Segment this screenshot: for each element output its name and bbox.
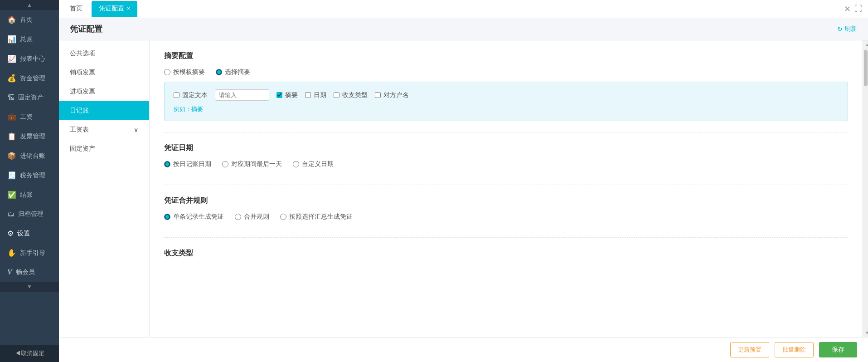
date-radio-group: 按日记账日期 对应期间最后一天 自定义日期 <box>164 160 848 168</box>
summary-checkbox[interactable]: 摘要 <box>276 91 298 99</box>
right-panel: 摘要配置 按模板摘要 选择摘要 固定文本 <box>150 40 863 337</box>
fixed-text-input[interactable] <box>215 89 269 101</box>
refresh-button[interactable]: ↻ 刷新 <box>837 25 857 33</box>
custom-date-radio[interactable]: 自定义日期 <box>293 160 334 168</box>
date-section: 凭证日期 按日记账日期 对应期间最后一天 自定义日期 <box>164 143 848 185</box>
select-summary-radio[interactable]: 选择摘要 <box>216 68 250 76</box>
sidebar-item-checkout[interactable]: ✅ 结账 <box>0 185 59 205</box>
scroll-down-arrow[interactable]: ▼ <box>863 328 868 337</box>
invoice-icon: 📋 <box>7 132 16 141</box>
bottom-bar: 更新预置 批量删除 保存 <box>59 337 868 362</box>
summary-radio-group: 按模板摘要 选择摘要 <box>164 68 848 76</box>
sidebar-item-fund[interactable]: 💰 资金管理 <box>0 68 59 88</box>
summary-title: 摘要配置 <box>164 51 848 61</box>
merge-radio-group: 单条记录生成凭证 合并规则 按照选择汇总生成凭证 <box>164 213 848 221</box>
period-last-radio[interactable]: 对应期间最后一天 <box>222 160 282 168</box>
page-title: 凭证配置 <box>70 24 102 34</box>
sidebar-item-wage[interactable]: 💼 工资 <box>0 107 59 127</box>
left-menu-payroll[interactable]: 工资表 ∨ <box>59 120 149 139</box>
date-title: 凭证日期 <box>164 143 848 153</box>
home-icon: 🏠 <box>7 15 16 24</box>
sidebar: ▲ 🏠 首页 📊 总账 📈 报表中心 💰 资金管理 🏗 固定资产 💼 工资 📋 … <box>0 0 59 362</box>
guide-icon: ✋ <box>7 249 16 257</box>
main-area: 首页 凭证配置 × ✕ ⛶ 凭证配置 ↻ 刷新 公共选项 销项发票 进项发票 日… <box>59 0 868 362</box>
sidebar-item-archive[interactable]: 🗂 归档管理 <box>0 205 59 224</box>
wage-icon: 💼 <box>7 113 16 121</box>
tab-bar: 首页 凭证配置 × ✕ ⛶ <box>59 0 868 18</box>
left-menu-fixed-assets[interactable]: 固定资产 <box>59 139 149 158</box>
refresh-icon: ↻ <box>837 25 843 33</box>
report-icon: 📈 <box>7 54 16 63</box>
merge-section: 凭证合并规则 单条记录生成凭证 合并规则 按照选择汇总生成凭证 <box>164 196 848 238</box>
content-area: 公共选项 销项发票 进项发票 日记账 工资表 ∨ 固定资产 摘要配置 按模板摘要 <box>59 40 868 337</box>
sidebar-item-ledger[interactable]: 📊 总账 <box>0 29 59 49</box>
income-type-title: 收支类型 <box>164 249 848 258</box>
tab-voucher-config[interactable]: 凭证配置 × <box>92 1 137 17</box>
member-icon: V <box>7 268 12 276</box>
counterpart-checkbox[interactable]: 对方户名 <box>375 91 409 99</box>
tab-close-button[interactable]: × <box>127 5 130 12</box>
scroll-up-arrow[interactable]: ▲ <box>863 40 868 49</box>
sidebar-item-member[interactable]: V 畅会员 <box>0 263 59 282</box>
left-menu-sales-invoice[interactable]: 销项发票 <box>59 63 149 82</box>
fixed-text-checkbox[interactable]: 固定文本 <box>174 91 208 99</box>
summary-example: 例如：摘要 <box>174 105 839 113</box>
maximize-button[interactable]: ⛶ <box>854 4 863 14</box>
sidebar-scroll-down[interactable]: ▼ <box>0 282 59 292</box>
left-menu-public[interactable]: 公共选项 <box>59 44 149 63</box>
sidebar-item-tax[interactable]: 🧾 税务管理 <box>0 166 59 185</box>
minimize-button[interactable]: ✕ <box>844 4 851 14</box>
checkout-icon: ✅ <box>7 191 16 199</box>
sidebar-scroll-up[interactable]: ▲ <box>0 0 59 10</box>
date-checkbox[interactable]: 日期 <box>305 91 326 99</box>
merge-title: 凭证合并规则 <box>164 196 848 205</box>
scroll-thumb[interactable] <box>864 50 868 86</box>
chevron-down-icon: ∨ <box>134 126 138 133</box>
window-controls: ✕ ⛶ <box>844 4 863 14</box>
summary-section: 摘要配置 按模板摘要 选择摘要 固定文本 <box>164 51 848 132</box>
tab-home[interactable]: 首页 <box>63 1 90 17</box>
sidebar-item-report[interactable]: 📈 报表中心 <box>0 49 59 68</box>
income-type-section: 收支类型 <box>164 249 848 276</box>
sidebar-item-home[interactable]: 🏠 首页 <box>0 10 59 29</box>
update-preset-button[interactable]: 更新预置 <box>730 342 769 357</box>
scrollbar: ▲ ▼ <box>863 40 868 337</box>
ledger-icon: 📊 <box>7 35 16 44</box>
income-type-checkbox[interactable]: 收支类型 <box>334 91 368 99</box>
template-summary-radio[interactable]: 按模板摘要 <box>164 68 205 76</box>
fund-icon: 💰 <box>7 74 16 83</box>
left-menu-purchase-invoice[interactable]: 进项发票 <box>59 82 149 101</box>
tax-icon: 🧾 <box>7 171 16 180</box>
sidebar-item-sales[interactable]: 📦 进销台账 <box>0 146 59 166</box>
select-merge-radio[interactable]: 按照选择汇总生成凭证 <box>280 213 353 221</box>
settings-icon: ⚙ <box>7 229 14 238</box>
sales-icon: 📦 <box>7 152 16 160</box>
left-menu: 公共选项 销项发票 进项发票 日记账 工资表 ∨ 固定资产 <box>59 40 150 337</box>
sidebar-item-invoice[interactable]: 📋 发票管理 <box>0 127 59 146</box>
left-menu-journal[interactable]: 日记账 <box>59 101 149 120</box>
sidebar-item-guide[interactable]: ✋ 新手引导 <box>0 243 59 263</box>
assets-icon: 🏗 <box>7 93 15 102</box>
sidebar-item-settings[interactable]: ⚙ 设置 <box>0 224 59 243</box>
journal-date-radio[interactable]: 按日记账日期 <box>164 160 211 168</box>
sidebar-unpin[interactable]: ◀取消固定 <box>0 345 59 362</box>
single-record-radio[interactable]: 单条记录生成凭证 <box>164 213 224 221</box>
save-button[interactable]: 保存 <box>819 342 857 357</box>
merge-rule-radio[interactable]: 合并规则 <box>235 213 269 221</box>
sidebar-item-assets[interactable]: 🏗 固定资产 <box>0 88 59 107</box>
page-header: 凭证配置 ↻ 刷新 <box>59 18 868 40</box>
archive-icon: 🗂 <box>7 210 15 218</box>
summary-config-box: 固定文本 摘要 日期 收支类型 <box>164 82 848 121</box>
summary-checkbox-group: 固定文本 摘要 日期 收支类型 <box>174 89 839 101</box>
batch-delete-button[interactable]: 批量删除 <box>775 342 814 357</box>
